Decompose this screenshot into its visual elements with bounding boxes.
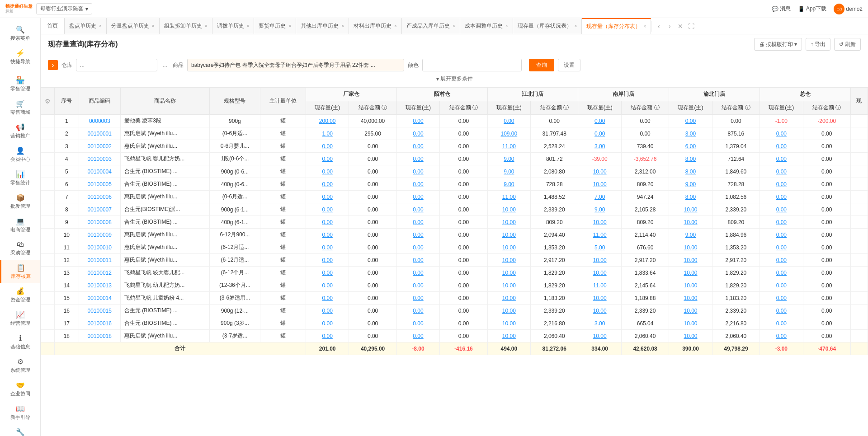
row-c1q[interactable]: 0.00: [306, 178, 349, 191]
tab-close-材料出库单历史[interactable]: ×: [394, 23, 397, 28]
row-c3q[interactable]: 10.00: [487, 330, 531, 342]
table-container[interactable]: ⚙ 序号 商品编码 商品名称 规格型号 主计量单位 厂家仓 陌村仓 江北门店 南…: [41, 87, 868, 436]
row-c2q[interactable]: 0.00: [396, 165, 440, 178]
row-c4q[interactable]: 11.00: [578, 279, 622, 292]
row-c5q[interactable]: 10.00: [669, 292, 712, 305]
row-code[interactable]: 00100018: [79, 330, 120, 342]
row-c5q[interactable]: 0.00: [669, 115, 712, 127]
row-c4q[interactable]: 9.00: [578, 203, 622, 216]
row-c1q[interactable]: 0.00: [306, 140, 349, 153]
row-c4q[interactable]: 5.00: [578, 241, 622, 254]
row-c5q[interactable]: 8.00: [669, 191, 712, 203]
row-code[interactable]: 00100010: [79, 241, 120, 254]
tab-材料出库单历史[interactable]: 材料出库单历史 ×: [349, 18, 402, 34]
tab-close-成本调整单历史[interactable]: ×: [505, 23, 508, 28]
sidebar-item-basic[interactable]: ℹ 基础信息: [0, 330, 40, 354]
row-c2q[interactable]: 0.00: [396, 279, 440, 292]
row-c3q[interactable]: 10.00: [487, 292, 531, 305]
sidebar-item-guide[interactable]: 📖 新手引导: [0, 401, 40, 424]
row-c5q[interactable]: 10.00: [669, 317, 712, 330]
tab-close-调拨单历史[interactable]: ×: [247, 23, 250, 28]
row-c4q[interactable]: 10.00: [578, 165, 622, 178]
row-c3q[interactable]: 10.00: [487, 279, 531, 292]
row-c5q[interactable]: 10.00: [669, 279, 712, 292]
row-c1q[interactable]: 0.00: [306, 267, 349, 279]
row-c5q[interactable]: 10.00: [669, 305, 712, 317]
row-c4q[interactable]: 10.00: [578, 292, 622, 305]
row-c2q[interactable]: 0.00: [396, 115, 440, 127]
sidebar-item-nav[interactable]: ⚡ 快捷导航: [0, 45, 40, 69]
row-c4q[interactable]: 0.00: [578, 127, 622, 140]
tab-close-盘点单历史[interactable]: ×: [99, 23, 102, 28]
row-c3q[interactable]: 10.00: [487, 229, 531, 241]
tab-组装拆卸单历史[interactable]: 组装拆卸单历史 ×: [160, 18, 212, 34]
row-c2q[interactable]: 0.00: [396, 216, 440, 229]
row-c1q[interactable]: 0.00: [306, 317, 349, 330]
tab-prev-btn[interactable]: ‹: [653, 21, 664, 32]
row-c1q[interactable]: 0.00: [306, 229, 349, 241]
row-c2q[interactable]: 0.00: [396, 330, 440, 342]
sidebar-item-system[interactable]: ⚙ 系统管理: [0, 354, 40, 377]
row-c2q[interactable]: 0.00: [396, 203, 440, 216]
tab-分量盘点单历史[interactable]: 分量盘点单历史 ×: [107, 18, 160, 34]
row-code[interactable]: 00100012: [79, 267, 120, 279]
row-code[interactable]: 00100006: [79, 191, 120, 203]
row-code[interactable]: 00100016: [79, 317, 120, 330]
row-c2q[interactable]: 0.00: [396, 254, 440, 267]
row-c5q[interactable]: 10.00: [669, 267, 712, 279]
row-c3q[interactable]: 11.00: [487, 191, 531, 203]
sidebar-item-marketing[interactable]: 📢 营销推广: [0, 119, 40, 143]
row-c2q[interactable]: 0.00: [396, 140, 440, 153]
row-c1q[interactable]: 0.00: [306, 292, 349, 305]
tab-现存量库存分布表[interactable]: 现存量（库存分布表） ×: [582, 18, 651, 34]
row-c6q[interactable]: 0.00: [760, 241, 803, 254]
row-c3q[interactable]: 9.00: [487, 178, 531, 191]
row-c4q[interactable]: 3.00: [578, 140, 622, 153]
row-c6q[interactable]: 0.00: [760, 127, 803, 140]
sidebar-item-ecom[interactable]: 💻 电商管理: [0, 213, 40, 237]
row-c4q[interactable]: 11.00: [578, 229, 622, 241]
row-c5q[interactable]: 8.00: [669, 165, 712, 178]
print-button[interactable]: 🖨 按模版打印 ▾: [754, 38, 802, 51]
tab-close-现存量库存分布表[interactable]: ×: [643, 24, 646, 29]
sidebar-item-finance[interactable]: 💰 资金管理: [0, 283, 40, 307]
tab-next-btn[interactable]: ›: [664, 21, 675, 32]
tab-close-组装拆卸单历史[interactable]: ×: [205, 23, 208, 28]
row-c1q[interactable]: 0.00: [306, 254, 349, 267]
row-c4q[interactable]: -39.00: [578, 153, 622, 165]
sidebar-item-inventory[interactable]: 📋 库存核算: [0, 260, 40, 283]
row-c3q[interactable]: 9.00: [487, 153, 531, 165]
row-c2q[interactable]: 0.00: [396, 292, 440, 305]
row-c6q[interactable]: 0.00: [760, 305, 803, 317]
row-c4q[interactable]: 10.00: [578, 330, 622, 342]
sidebar-item-search[interactable]: 🔍 搜索英单: [0, 22, 40, 45]
row-code[interactable]: 0000003: [79, 115, 120, 127]
sidebar-item-appCenter[interactable]: 🔧 应用中心: [0, 424, 40, 436]
row-code[interactable]: 00100002: [79, 140, 120, 153]
expand-filter-btn[interactable]: ▾ 展开更多条件: [436, 75, 473, 83]
row-code[interactable]: 00100014: [79, 292, 120, 305]
sidebar-item-stats[interactable]: 📊 零售统计: [0, 166, 40, 190]
company-dropdown[interactable]: 母婴行业演示陈套 ▾: [36, 3, 92, 14]
row-c5q[interactable]: 8.00: [669, 153, 712, 165]
tab-close-其他出库单历史[interactable]: ×: [341, 23, 344, 28]
row-c6q[interactable]: 0.00: [760, 216, 803, 229]
refresh-button[interactable]: ↺ 刷新: [834, 38, 861, 51]
sidebar-item-corp[interactable]: 🤝 企业协同: [0, 377, 40, 401]
sidebar-item-store[interactable]: 🛒 零售商城: [0, 96, 40, 119]
row-c3q[interactable]: 10.00: [487, 305, 531, 317]
sidebar-item-wholesale[interactable]: 📦 批发管理: [0, 190, 40, 213]
row-c6q[interactable]: 0.00: [760, 267, 803, 279]
tab-close-all-btn[interactable]: ✕: [675, 21, 686, 32]
sidebar-item-retail[interactable]: 🏪 零售管理: [0, 72, 40, 96]
row-code[interactable]: 00100015: [79, 305, 120, 317]
row-c6q[interactable]: 0.00: [760, 279, 803, 292]
row-c2q[interactable]: 0.00: [396, 178, 440, 191]
row-c1q[interactable]: 0.00: [306, 191, 349, 203]
row-code[interactable]: 00100007: [79, 203, 120, 216]
row-c6q[interactable]: 0.00: [760, 292, 803, 305]
row-c5q[interactable]: 6.00: [669, 140, 712, 153]
row-c5q[interactable]: 9.00: [669, 229, 712, 241]
row-c6q[interactable]: 0.00: [760, 330, 803, 342]
tab-expand-btn[interactable]: ⛶: [686, 21, 697, 32]
